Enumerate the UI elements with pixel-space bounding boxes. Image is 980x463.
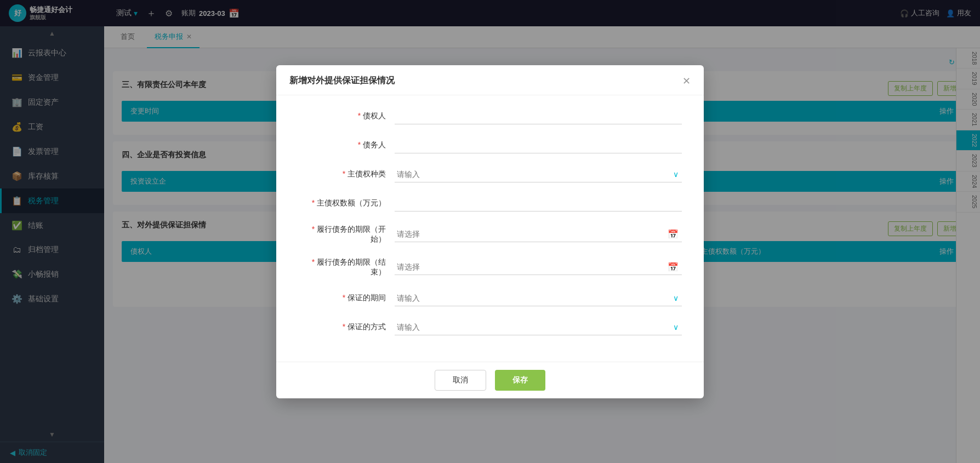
period-end-wrap: 📅 <box>395 259 682 275</box>
debtor-label: * 债务人 <box>298 140 386 150</box>
dialog-title: 新增对外提供保证担保情况 <box>289 75 395 87</box>
debt-amount-input[interactable] <box>395 196 682 212</box>
save-button[interactable]: 保存 <box>495 370 545 391</box>
add-guarantee-dialog: 新增对外提供保证担保情况 ✕ * 债权人 * 债务人 <box>276 65 704 398</box>
debt-type-label: * 主债权种类 <box>298 169 386 179</box>
guarantee-period-label: * 保证的期间 <box>298 293 386 303</box>
debt-type-row: * 主债权种类 ∨ <box>298 167 682 182</box>
guarantee-period-row: * 保证的期间 ∨ <box>298 290 682 306</box>
guarantee-method-label: * 保证的方式 <box>298 322 386 332</box>
period-start-wrap: 📅 <box>395 226 682 242</box>
guarantee-method-row: * 保证的方式 ∨ <box>298 319 682 335</box>
debt-amount-label: * 主债权数额（万元） <box>298 198 386 208</box>
creditor-row: * 债权人 <box>298 108 682 124</box>
debt-type-input[interactable] <box>395 167 682 182</box>
period-end-input[interactable] <box>395 259 682 275</box>
guarantee-method-input[interactable] <box>395 319 682 335</box>
creditor-input[interactable] <box>395 108 682 124</box>
guarantee-method-select-wrap: ∨ <box>395 319 682 335</box>
period-end-label: * 履行债务的期限（结束） <box>298 258 386 277</box>
debtor-input[interactable] <box>395 138 682 153</box>
dialog-footer: 取消 保存 <box>276 362 704 398</box>
modal-overlay: 新增对外提供保证担保情况 ✕ * 债权人 * 债务人 <box>0 0 980 463</box>
debt-amount-row: * 主债权数额（万元） <box>298 196 682 212</box>
dialog-close-button[interactable]: ✕ <box>682 75 691 87</box>
period-start-input[interactable] <box>395 226 682 242</box>
period-end-row: * 履行债务的期限（结束） 📅 <box>298 258 682 277</box>
period-start-label: * 履行债务的期限（开始） <box>298 225 386 244</box>
creditor-label: * 债权人 <box>298 111 386 121</box>
debt-type-select-wrap: ∨ <box>395 167 682 182</box>
period-start-row: * 履行债务的期限（开始） 📅 <box>298 225 682 244</box>
debtor-row: * 债务人 <box>298 138 682 153</box>
dialog-header: 新增对外提供保证担保情况 ✕ <box>276 65 704 95</box>
guarantee-period-input[interactable] <box>395 290 682 306</box>
guarantee-period-select-wrap: ∨ <box>395 290 682 306</box>
cancel-button[interactable]: 取消 <box>435 370 486 391</box>
dialog-body: * 债权人 * 债务人 * 主债权种类 <box>276 95 704 362</box>
